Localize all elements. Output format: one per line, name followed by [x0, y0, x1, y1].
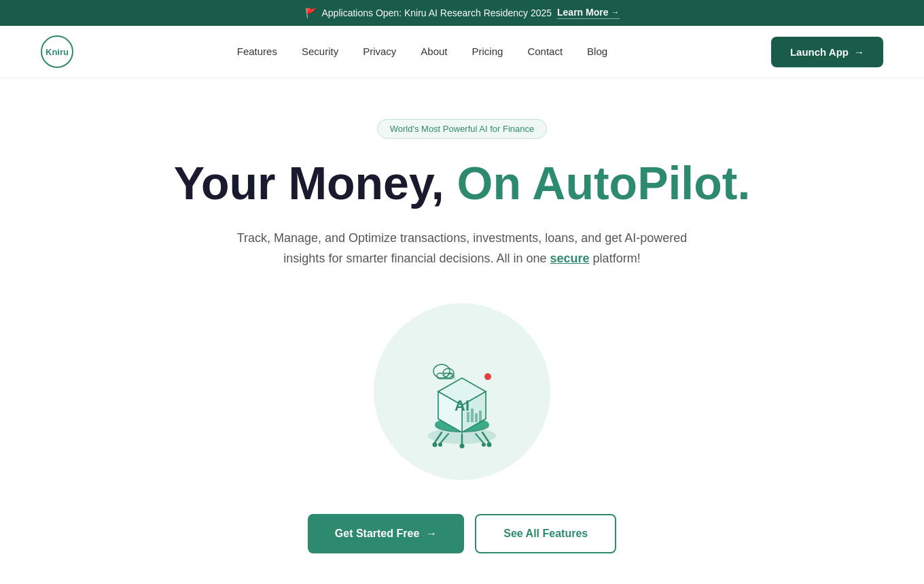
nav-contact[interactable]: Contact: [527, 46, 563, 57]
announcement-emoji: 🚩: [305, 7, 317, 18]
hero-subtitle-end: platform!: [593, 252, 641, 265]
svg-rect-21: [479, 411, 482, 422]
hero-title-part1: Your Money,: [174, 157, 457, 209]
navigation: Kniru Features Security Privacy About Pr…: [0, 26, 924, 78]
launch-app-button[interactable]: Launch App →: [771, 37, 883, 67]
hero-badge-text: World's Most Powerful AI for Finance: [390, 124, 535, 134]
svg-point-9: [438, 443, 442, 447]
launch-app-label: Launch App: [790, 46, 849, 58]
announcement-text: Applications Open: Kniru AI Research Res…: [322, 7, 552, 18]
announcement-bar: 🚩 Applications Open: Kniru AI Research R…: [0, 0, 924, 26]
svg-text:</>: </>: [442, 372, 454, 379]
secure-link[interactable]: secure: [550, 252, 590, 265]
illustration-wrapper: AI </>: [170, 303, 754, 480]
learn-more-link[interactable]: Learn More →: [557, 7, 619, 19]
svg-point-6: [487, 442, 492, 447]
svg-point-27: [484, 373, 491, 380]
get-started-arrow: →: [426, 528, 437, 540]
see-features-button[interactable]: See All Features: [475, 514, 616, 553]
launch-app-arrow: →: [854, 46, 864, 58]
learn-more-arrow: →: [611, 7, 620, 17]
nav-features[interactable]: Features: [237, 46, 277, 57]
logo[interactable]: Kniru: [41, 35, 73, 68]
nav-about[interactable]: About: [421, 46, 447, 57]
nav-links: Features Security Privacy About Pricing …: [237, 46, 607, 58]
nav-pricing[interactable]: Pricing: [472, 46, 503, 57]
get-started-label: Get Started Free: [335, 528, 419, 540]
svg-point-4: [433, 442, 438, 447]
hero-badge: World's Most Powerful AI for Finance: [377, 119, 548, 139]
get-started-button[interactable]: Get Started Free →: [308, 514, 464, 553]
ai-illustration-svg: AI </>: [394, 324, 530, 460]
see-features-label: See All Features: [503, 528, 588, 539]
hero-title: Your Money, On AutoPilot.: [170, 158, 754, 209]
svg-text:AI: AI: [455, 397, 469, 414]
learn-more-label: Learn More: [557, 7, 608, 18]
svg-rect-20: [475, 413, 478, 422]
nav-security[interactable]: Security: [302, 46, 338, 57]
nav-blog[interactable]: Blog: [587, 46, 607, 57]
logo-circle: Kniru: [41, 35, 73, 68]
nav-privacy[interactable]: Privacy: [363, 46, 396, 57]
svg-point-5: [460, 443, 465, 448]
logo-text: Kniru: [46, 47, 69, 57]
hero-title-accent: On AutoPilot.: [457, 157, 751, 209]
svg-point-10: [482, 443, 486, 447]
cta-buttons: Get Started Free → See All Features: [170, 514, 754, 553]
ai-illustration-circle: AI </>: [374, 303, 550, 480]
svg-rect-18: [467, 412, 469, 422]
hero-subtitle: Track, Manage, and Optimize transactions…: [217, 228, 707, 269]
svg-rect-19: [471, 409, 474, 422]
hero-section: World's Most Powerful AI for Finance You…: [156, 78, 768, 584]
